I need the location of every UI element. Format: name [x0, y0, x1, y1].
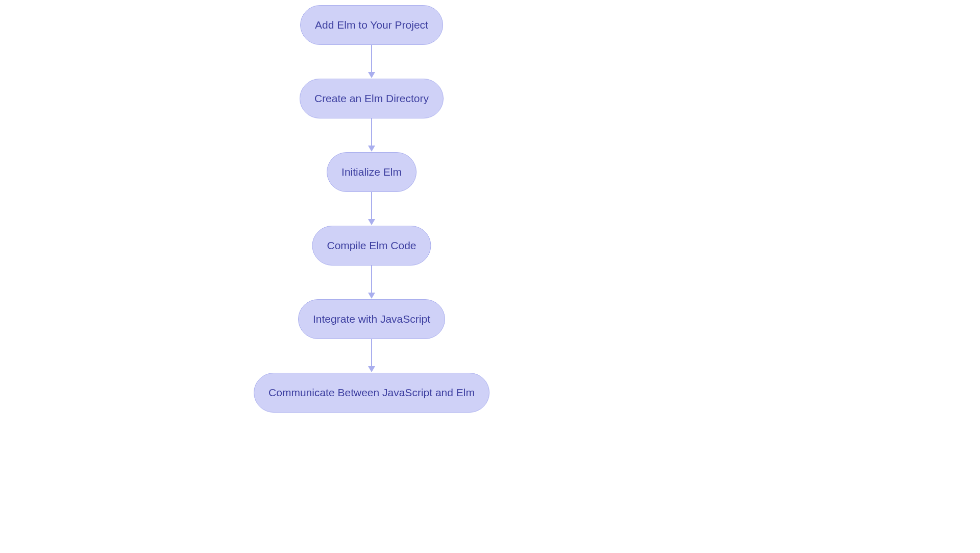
arrow-head-icon — [368, 72, 375, 78]
flow-arrow — [368, 339, 375, 372]
node-label: Compile Elm Code — [327, 239, 416, 252]
flow-node-communicate: Communicate Between JavaScript and Elm — [254, 373, 489, 413]
arrow-head-icon — [368, 366, 375, 372]
flow-arrow — [368, 118, 375, 152]
arrow-line — [371, 339, 373, 367]
flow-node-initialize: Initialize Elm — [327, 152, 416, 192]
arrow-line — [371, 192, 373, 220]
arrow-head-icon — [368, 146, 375, 152]
flowchart-canvas: Add Elm to Your Project Create an Elm Di… — [0, 0, 980, 553]
arrow-line — [371, 118, 373, 146]
flow-arrow — [368, 45, 375, 78]
node-label: Add Elm to Your Project — [315, 19, 428, 31]
node-label: Communicate Between JavaScript and Elm — [268, 387, 475, 399]
node-label: Initialize Elm — [341, 166, 402, 178]
flow-arrow — [368, 266, 375, 299]
node-label: Integrate with JavaScript — [313, 313, 430, 325]
node-label: Create an Elm Directory — [314, 92, 429, 105]
arrow-head-icon — [368, 219, 375, 225]
flow-arrow — [368, 192, 375, 225]
arrow-line — [371, 45, 373, 73]
flow-node-integrate-js: Integrate with JavaScript — [298, 299, 445, 339]
flow-node-create-directory: Create an Elm Directory — [300, 79, 444, 118]
flow-node-compile: Compile Elm Code — [312, 226, 431, 266]
flow-node-add-elm: Add Elm to Your Project — [300, 5, 443, 45]
arrow-head-icon — [368, 293, 375, 299]
arrow-line — [371, 266, 373, 293]
